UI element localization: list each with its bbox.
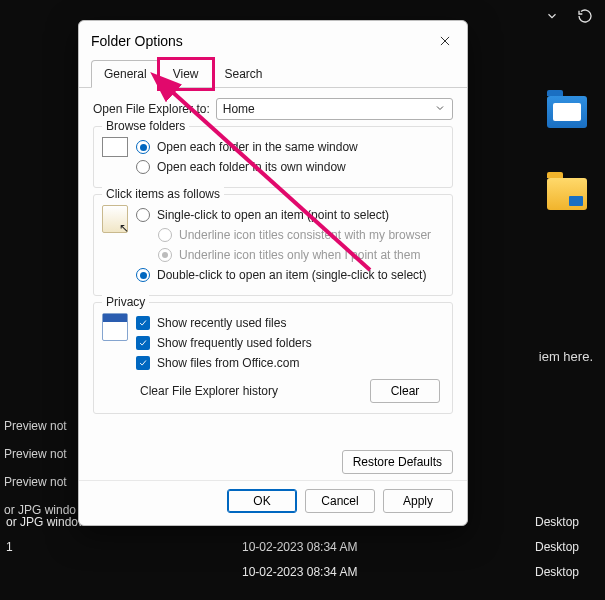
- open-explorer-label: Open File Explorer to:: [93, 102, 210, 116]
- radio-label: Double-click to open an item (single-cli…: [157, 268, 426, 282]
- check-recent-files[interactable]: Show recently used files: [136, 313, 442, 333]
- empty-hint-text: iem here.: [539, 349, 593, 364]
- list-item[interactable]: 1 10-02-2023 08:34 AM Desktop: [4, 534, 601, 559]
- group-title: Privacy: [102, 295, 149, 309]
- open-explorer-value: Home: [223, 102, 255, 116]
- folder-options-dialog: Folder Options General View Search Open …: [78, 20, 468, 526]
- radio-icon: [158, 228, 172, 242]
- radio-icon: [158, 248, 172, 262]
- list-item[interactable]: 10-02-2023 08:34 AM Desktop: [4, 559, 601, 584]
- apply-button[interactable]: Apply: [383, 489, 453, 513]
- checkbox-label: Show frequently used folders: [157, 336, 312, 350]
- window-toolbar: [545, 8, 593, 27]
- cancel-button[interactable]: Cancel: [305, 489, 375, 513]
- document-click-icon: [102, 205, 128, 233]
- privacy-icon: [102, 313, 128, 341]
- ok-button[interactable]: OK: [227, 489, 297, 513]
- file-date: 10-02-2023 08:34 AM: [242, 540, 442, 554]
- thumbnail-placeholder: Preview not: [4, 475, 76, 489]
- file-location: Desktop: [442, 540, 601, 554]
- chevron-down-icon[interactable]: [545, 9, 559, 26]
- radio-own-window[interactable]: Open each folder in its own window: [136, 157, 442, 177]
- radio-label: Open each folder in the same window: [157, 140, 358, 154]
- click-items-group: Click items as follows Single-click to o…: [93, 194, 453, 296]
- group-title: Browse folders: [102, 119, 189, 133]
- open-explorer-combo[interactable]: Home: [216, 98, 453, 120]
- tab-bar: General View Search: [79, 59, 467, 88]
- window-icon: [102, 137, 128, 157]
- privacy-group: Privacy Show recently used files Show fr…: [93, 302, 453, 414]
- checkbox-icon: [136, 356, 150, 370]
- radio-icon: [136, 208, 150, 222]
- checkbox-icon: [136, 316, 150, 330]
- radio-double-click[interactable]: Double-click to open an item (single-cli…: [136, 265, 442, 285]
- radio-underline-browser: Underline icon titles consistent with my…: [136, 225, 442, 245]
- thumbnail-placeholder: Preview not: [4, 447, 76, 461]
- clear-button[interactable]: Clear: [370, 379, 440, 403]
- radio-underline-point: Underline icon titles only when I point …: [136, 245, 442, 265]
- radio-icon: [136, 268, 150, 282]
- radio-single-click[interactable]: Single-click to open an item (point to s…: [136, 205, 442, 225]
- desktop-icons: [547, 96, 587, 210]
- checkbox-icon: [136, 336, 150, 350]
- radio-label: Underline icon titles only when I point …: [179, 248, 420, 262]
- tab-general[interactable]: General: [91, 60, 160, 88]
- tab-search[interactable]: Search: [212, 60, 276, 88]
- browse-folders-group: Browse folders Open each folder in the s…: [93, 126, 453, 188]
- pictures-folder-icon[interactable]: [547, 96, 587, 128]
- clear-history-label: Clear File Explorer history: [140, 384, 278, 398]
- checkbox-label: Show files from Office.com: [157, 356, 300, 370]
- checkbox-label: Show recently used files: [157, 316, 286, 330]
- dialog-body: Open File Explorer to: Home Browse folde…: [79, 88, 467, 444]
- refresh-icon[interactable]: [577, 8, 593, 27]
- file-date: 10-02-2023 08:34 AM: [242, 565, 442, 579]
- radio-label: Single-click to open an item (point to s…: [157, 208, 389, 222]
- radio-icon: [136, 140, 150, 154]
- tab-view[interactable]: View: [160, 60, 212, 88]
- documents-folder-icon[interactable]: [547, 178, 587, 210]
- radio-icon: [136, 160, 150, 174]
- dialog-title: Folder Options: [91, 33, 183, 49]
- check-frequent-folders[interactable]: Show frequently used folders: [136, 333, 442, 353]
- dialog-titlebar[interactable]: Folder Options: [79, 21, 467, 59]
- chevron-down-icon: [434, 102, 446, 117]
- file-name: 1: [4, 540, 242, 554]
- thumbnail-placeholder: Preview not: [4, 419, 76, 433]
- radio-label: Open each folder in its own window: [157, 160, 346, 174]
- radio-same-window[interactable]: Open each folder in the same window: [136, 137, 442, 157]
- check-office-files[interactable]: Show files from Office.com: [136, 353, 442, 373]
- close-button[interactable]: [433, 29, 457, 53]
- group-title: Click items as follows: [102, 187, 224, 201]
- restore-defaults-button[interactable]: Restore Defaults: [342, 450, 453, 474]
- dialog-footer: OK Cancel Apply: [79, 480, 467, 525]
- radio-label: Underline icon titles consistent with my…: [179, 228, 431, 242]
- file-location: Desktop: [442, 565, 601, 579]
